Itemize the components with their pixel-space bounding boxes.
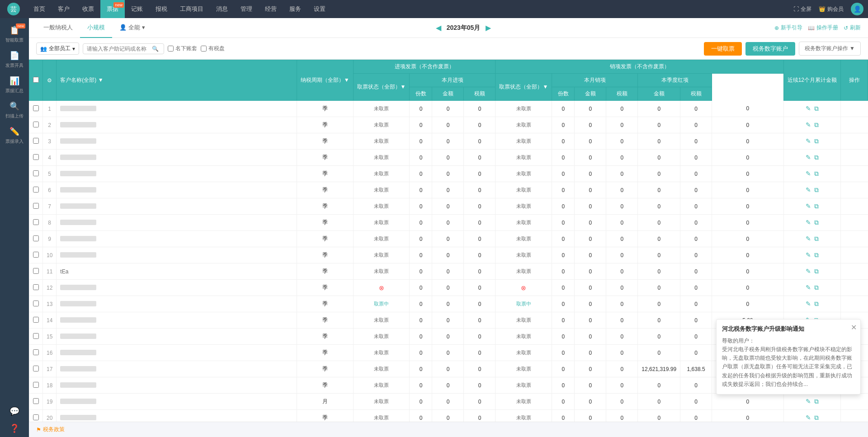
new-guide-btn[interactable]: ⊕ 新手引导	[774, 24, 802, 32]
myaccounts-checkbox[interactable]: 名下账套	[168, 45, 197, 52]
myaccounts-check[interactable]	[168, 46, 174, 52]
row-checkbox[interactable]	[33, 154, 39, 160]
copy-btn[interactable]: ⧉	[813, 283, 820, 292]
sidebar-item-help[interactable]: ❓	[0, 420, 29, 437]
tax-policy-label[interactable]: 税务政策	[43, 426, 65, 433]
copy-btn[interactable]: ⧉	[813, 169, 820, 179]
row-checkbox[interactable]	[33, 252, 39, 258]
client-name-blurred	[60, 317, 96, 323]
edit-btn[interactable]: ✎	[805, 104, 812, 113]
sidebar-item-entry[interactable]: ✏️ 票据录入	[0, 123, 29, 148]
edit-btn[interactable]: ✎	[805, 397, 812, 406]
nav-settings[interactable]: 设置	[307, 0, 332, 18]
nav-manage[interactable]: 管理	[234, 0, 259, 18]
edit-btn[interactable]: ✎	[805, 153, 812, 162]
hastaxdisk-check[interactable]	[201, 46, 207, 52]
digital-account-btn[interactable]: 税务数字账户	[745, 42, 795, 56]
edit-btn[interactable]: ✎	[805, 218, 812, 227]
sidebar-item-smart-ticket[interactable]: 📋 智能取票 new	[0, 22, 29, 47]
avatar[interactable]: 👤	[851, 3, 863, 15]
employee-select[interactable]: 👥 全部员工 ▾	[36, 42, 79, 55]
fullscreen-btn[interactable]: ⛶ 全屏	[793, 5, 811, 13]
edit-btn[interactable]: ✎	[805, 120, 812, 129]
row-checkbox[interactable]	[33, 301, 39, 306]
copy-btn[interactable]: ⧉	[813, 267, 820, 276]
row-checkbox[interactable]	[33, 203, 39, 209]
hastaxdisk-checkbox[interactable]: 有税盘	[201, 45, 225, 52]
member-btn[interactable]: 👑 购会员	[819, 5, 844, 13]
row-checkbox[interactable]	[33, 366, 39, 371]
select-all-checkbox[interactable]	[33, 77, 39, 83]
row-checkbox[interactable]	[33, 317, 39, 323]
nav-invoice[interactable]: 票据 new	[100, 0, 125, 18]
nav-commerce[interactable]: 工商项目	[174, 0, 210, 18]
row-checkbox[interactable]	[33, 170, 39, 176]
sidebar-item-scan[interactable]: 🔍 扫描上传	[0, 98, 29, 123]
row-checkbox[interactable]	[33, 398, 39, 404]
nav-tax[interactable]: 报税	[149, 0, 174, 18]
edit-btn[interactable]: ✎	[805, 185, 812, 194]
copy-btn[interactable]: ⧉	[813, 104, 820, 113]
copy-btn[interactable]: ⧉	[813, 153, 820, 162]
copy-btn[interactable]: ⧉	[813, 397, 820, 406]
edit-btn[interactable]: ✎	[805, 169, 812, 178]
manual-btn[interactable]: 📖 操作手册	[808, 24, 838, 32]
tab-small-scale[interactable]: 小规模	[80, 18, 112, 38]
refresh-btn[interactable]: ↺ 刷新	[844, 24, 861, 32]
nav-message[interactable]: 消息	[210, 0, 234, 18]
row-checkbox[interactable]	[33, 333, 39, 339]
notification-close-btn[interactable]: ✕	[851, 323, 857, 332]
copy-btn[interactable]: ⧉	[813, 218, 820, 227]
sidebar-item-invoice-open[interactable]: 📄 发票开具	[0, 47, 29, 72]
edit-btn[interactable]: ✎	[805, 283, 812, 292]
nav-client[interactable]: 客户	[52, 0, 76, 18]
sidebar-item-summary[interactable]: 📊 票据汇总	[0, 72, 29, 98]
tab-all[interactable]: 👤 全能 ▾	[112, 18, 152, 38]
copy-btn[interactable]: ⧉	[813, 250, 820, 260]
copy-btn[interactable]: ⧉	[813, 299, 820, 309]
copy-btn[interactable]: ⧉	[813, 413, 820, 422]
next-month-btn[interactable]: ▶	[486, 23, 491, 32]
copy-btn[interactable]: ⧉	[813, 202, 820, 211]
row-checkbox[interactable]	[33, 187, 39, 193]
edit-btn[interactable]: ✎	[805, 267, 812, 276]
copy-btn[interactable]: ⧉	[813, 120, 820, 130]
row-checkbox[interactable]	[33, 105, 39, 111]
nav-bookkeeping[interactable]: 记账	[125, 0, 149, 18]
edit-btn[interactable]: ✎	[805, 413, 812, 422]
one-click-fetch-btn[interactable]: 一键取票	[704, 42, 742, 56]
out-tax-cell: 0	[606, 329, 638, 345]
edit-btn[interactable]: ✎	[805, 250, 812, 259]
row-checkbox[interactable]	[33, 138, 39, 144]
row-checkbox[interactable]	[33, 349, 39, 355]
digital-account-operation-btn[interactable]: 税务数字账户操作 ▼	[799, 42, 861, 56]
period: 季	[322, 349, 328, 356]
in-tax-cell: 0	[464, 150, 495, 166]
sidebar-item-message[interactable]: 💬	[0, 403, 29, 420]
row-checkbox[interactable]	[33, 235, 39, 241]
tab-general-taxpayer[interactable]: 一般纳税人	[36, 18, 80, 38]
copy-btn[interactable]: ⧉	[813, 185, 820, 195]
copy-btn[interactable]: ⧉	[813, 136, 820, 146]
row-checkbox[interactable]	[33, 382, 39, 388]
copy-btn[interactable]: ⧉	[813, 234, 820, 244]
member-icon: 👑	[819, 6, 826, 12]
nav-service[interactable]: 服务	[283, 0, 307, 18]
row-checkbox[interactable]	[33, 284, 39, 290]
nav-operation[interactable]: 经营	[259, 0, 283, 18]
nav-receive[interactable]: 收票	[76, 0, 100, 18]
prev-month-btn[interactable]: ◀	[436, 23, 441, 32]
search-input[interactable]	[87, 46, 150, 52]
edit-btn[interactable]: ✎	[805, 234, 812, 243]
row-checkbox[interactable]	[33, 219, 39, 225]
row-checkbox[interactable]	[33, 414, 39, 420]
edit-btn[interactable]: ✎	[805, 136, 812, 146]
row-checkbox-cell	[29, 166, 43, 182]
edit-btn[interactable]: ✎	[805, 202, 812, 211]
cumulative-cell: 0	[712, 101, 784, 117]
out-amount-cell: 0	[575, 150, 606, 166]
nav-home[interactable]: 首页	[27, 0, 52, 18]
edit-btn[interactable]: ✎	[805, 299, 812, 308]
row-checkbox[interactable]	[33, 268, 39, 274]
row-checkbox[interactable]	[33, 122, 39, 127]
